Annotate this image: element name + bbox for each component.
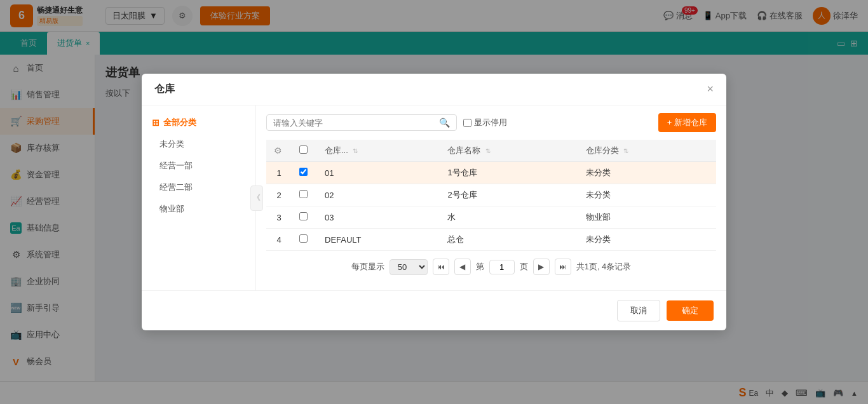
total-info: 共1页, 4条记录 bbox=[576, 261, 632, 273]
col-settings: ⚙ bbox=[266, 140, 292, 162]
row-num: 1 bbox=[266, 162, 292, 184]
row-code: DEFAULT bbox=[317, 229, 440, 251]
row-num: 4 bbox=[266, 229, 292, 251]
row-category: 物业部 bbox=[578, 206, 716, 229]
row-category: 未分类 bbox=[578, 229, 716, 251]
select-all-checkbox[interactable] bbox=[299, 145, 308, 154]
row-num: 2 bbox=[266, 184, 292, 206]
category-all-label: 全部分类 bbox=[163, 117, 196, 128]
table-toolbar: 🔍 显示停用 + 新增仓库 bbox=[266, 113, 716, 132]
code-sort-icon[interactable]: ⇅ bbox=[353, 147, 358, 154]
category-sort-icon[interactable]: ⇅ bbox=[623, 147, 628, 154]
row-category: 未分类 bbox=[578, 162, 716, 184]
show-disabled-wrap: 显示停用 bbox=[463, 117, 507, 128]
row-name: 水 bbox=[440, 206, 578, 229]
col-category: 仓库分类 ⇅ bbox=[578, 140, 716, 162]
category-all[interactable]: ⊞ 全部分类 bbox=[142, 112, 255, 133]
table-row[interactable]: 4 DEFAULT 总仓 未分类 bbox=[266, 229, 716, 251]
modal-title: 仓库 bbox=[154, 83, 175, 96]
row-code: 02 bbox=[317, 184, 440, 206]
next-page-btn[interactable]: ▶ bbox=[533, 259, 550, 275]
show-disabled-label: 显示停用 bbox=[474, 117, 507, 128]
settings-col-icon[interactable]: ⚙ bbox=[274, 145, 282, 156]
pagination: 每页显示 102050100 ⏮ ◀ 第 页 ▶ ⏭ 共1页, 4条记录 bbox=[266, 251, 716, 283]
first-page-btn[interactable]: ⏮ bbox=[433, 259, 449, 275]
row-name: 1号仓库 bbox=[440, 162, 578, 184]
category-item-2[interactable]: 经营二部 bbox=[142, 177, 255, 198]
modal-header: 仓库 × bbox=[142, 74, 726, 105]
row-code: 03 bbox=[317, 206, 440, 229]
warehouse-modal: 仓库 × ⊞ 全部分类 未分类 经营一部 经营二部 物业部 《 bbox=[142, 74, 726, 330]
row-category: 未分类 bbox=[578, 184, 716, 206]
table-row[interactable]: 1 01 1号仓库 未分类 bbox=[266, 162, 716, 184]
per-page-label: 每页显示 bbox=[351, 261, 384, 273]
row-name: 2号仓库 bbox=[440, 184, 578, 206]
col-code: 仓库... ⇅ bbox=[317, 140, 440, 162]
table-body: 1 01 1号仓库 未分类 2 02 2号仓库 未分类 3 03 水 物业部 4 bbox=[266, 162, 716, 251]
table-header-row: ⚙ 仓库... ⇅ 仓库名称 ⇅ bbox=[266, 140, 716, 162]
category-collapse-btn[interactable]: 《 bbox=[250, 185, 263, 211]
page-label: 第 bbox=[476, 261, 484, 273]
confirm-button[interactable]: 确定 bbox=[667, 300, 714, 321]
page-size-select[interactable]: 102050100 bbox=[390, 259, 428, 275]
row-checkbox[interactable] bbox=[299, 234, 308, 243]
col-checkbox bbox=[292, 140, 317, 162]
warehouse-table: ⚙ 仓库... ⇅ 仓库名称 ⇅ bbox=[266, 140, 716, 251]
category-item-3[interactable]: 物业部 bbox=[142, 198, 255, 220]
cancel-button[interactable]: 取消 bbox=[617, 300, 660, 321]
show-disabled-checkbox[interactable] bbox=[463, 119, 471, 127]
col-name: 仓库名称 ⇅ bbox=[440, 140, 578, 162]
row-checkbox-cell bbox=[292, 206, 317, 229]
modal-body: ⊞ 全部分类 未分类 经营一部 经营二部 物业部 《 🔍 bbox=[142, 105, 726, 290]
row-checkbox[interactable] bbox=[299, 190, 308, 198]
row-checkbox[interactable] bbox=[299, 212, 308, 220]
table-panel: 🔍 显示停用 + 新增仓库 ⚙ bbox=[256, 105, 726, 290]
modal-footer: 取消 确定 bbox=[142, 290, 726, 330]
row-checkbox-cell bbox=[292, 184, 317, 206]
search-input[interactable] bbox=[273, 118, 435, 128]
page-unit: 页 bbox=[520, 261, 528, 273]
grid-icon: ⊞ bbox=[152, 118, 159, 128]
row-code: 01 bbox=[317, 162, 440, 184]
table-row[interactable]: 3 03 水 物业部 bbox=[266, 206, 716, 229]
modal-overlay[interactable]: 仓库 × ⊞ 全部分类 未分类 经营一部 经营二部 物业部 《 bbox=[0, 0, 868, 404]
last-page-btn[interactable]: ⏭ bbox=[555, 259, 571, 275]
row-checkbox-cell bbox=[292, 229, 317, 251]
row-checkbox-cell bbox=[292, 162, 317, 184]
prev-page-btn[interactable]: ◀ bbox=[454, 259, 471, 275]
table-row[interactable]: 2 02 2号仓库 未分类 bbox=[266, 184, 716, 206]
row-num: 3 bbox=[266, 206, 292, 229]
row-checkbox[interactable] bbox=[299, 168, 308, 176]
search-icon: 🔍 bbox=[439, 118, 450, 128]
row-name: 总仓 bbox=[440, 229, 578, 251]
category-item-1[interactable]: 经营一部 bbox=[142, 155, 255, 177]
modal-close-btn[interactable]: × bbox=[707, 83, 714, 96]
page-input[interactable] bbox=[489, 260, 515, 274]
category-item-0[interactable]: 未分类 bbox=[142, 133, 255, 155]
add-warehouse-btn[interactable]: + 新增仓库 bbox=[658, 113, 716, 132]
name-sort-icon[interactable]: ⇅ bbox=[485, 147, 491, 154]
search-input-wrap: 🔍 bbox=[266, 114, 457, 131]
category-panel: ⊞ 全部分类 未分类 经营一部 经营二部 物业部 《 bbox=[142, 105, 256, 290]
